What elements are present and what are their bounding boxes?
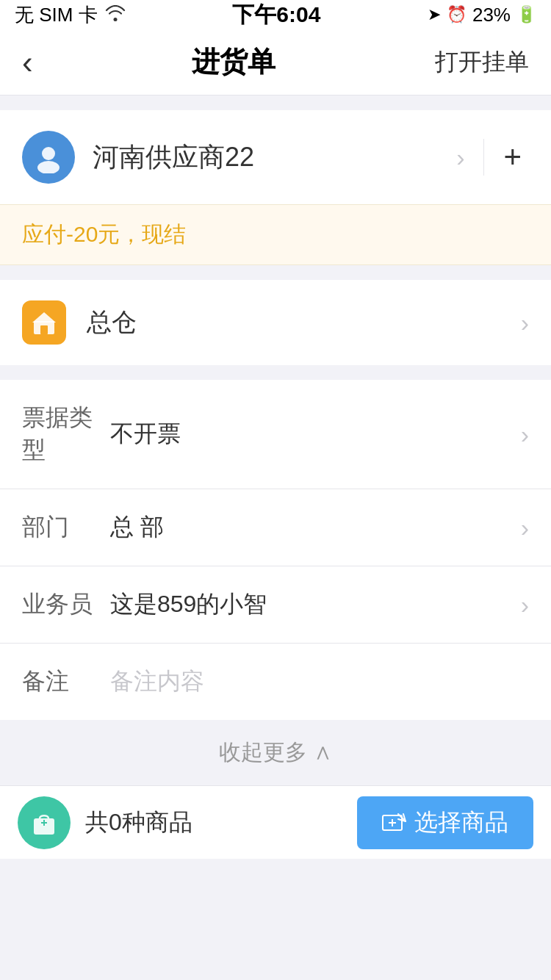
product-count: 共0种商品 bbox=[85, 807, 357, 839]
staff-chevron-icon: › bbox=[521, 591, 529, 619]
collapse-row[interactable]: 收起更多 ∧ bbox=[0, 720, 551, 785]
dept-row[interactable]: 部门 总 部 › bbox=[0, 489, 551, 566]
note-input[interactable]: 备注内容 bbox=[110, 666, 529, 698]
staff-value: 这是859的小智 bbox=[110, 588, 521, 621]
note-label: 备注 bbox=[22, 666, 110, 698]
staff-label: 业务员 bbox=[22, 588, 110, 621]
status-time: 下午6:04 bbox=[232, 0, 320, 30]
supplier-avatar bbox=[22, 131, 75, 184]
form-section: 票据类型 不开票 › 部门 总 部 › 业务员 这是859的小智 › 备注 备注… bbox=[0, 380, 551, 720]
dept-chevron-icon: › bbox=[521, 514, 529, 542]
collapse-text: 收起更多 ∧ bbox=[219, 738, 331, 768]
ticket-row[interactable]: 票据类型 不开票 › bbox=[0, 380, 551, 489]
warehouse-name: 总仓 bbox=[87, 306, 521, 339]
warehouse-icon bbox=[22, 300, 66, 345]
alarm-icon: ⏰ bbox=[447, 5, 467, 24]
supplier-name: 河南供应商22 bbox=[93, 140, 456, 176]
divider-2 bbox=[0, 365, 551, 380]
select-product-button[interactable]: 选择商品 bbox=[357, 796, 533, 849]
wifi-icon bbox=[105, 4, 126, 26]
nav-bar: ‹ 进货单 打开挂单 bbox=[0, 29, 551, 96]
note-row: 备注 备注内容 bbox=[0, 643, 551, 720]
dept-label: 部门 bbox=[22, 511, 110, 544]
svg-point-1 bbox=[37, 161, 60, 173]
warehouse-chevron-icon: › bbox=[521, 309, 529, 337]
battery-text: 23% bbox=[472, 4, 511, 26]
ticket-value: 不开票 bbox=[110, 418, 521, 450]
battery-icon: 🔋 bbox=[516, 5, 536, 24]
svg-rect-4 bbox=[40, 325, 48, 334]
ticket-label: 票据类型 bbox=[22, 402, 110, 466]
warehouse-section: 总仓 › bbox=[0, 280, 551, 365]
svg-point-0 bbox=[42, 147, 55, 160]
select-product-label: 选择商品 bbox=[414, 807, 508, 839]
location-icon: ➤ bbox=[428, 5, 441, 24]
supplier-row[interactable]: 河南供应商22 › + bbox=[0, 110, 551, 204]
notice-banner: 应付-20元，现结 bbox=[0, 204, 551, 265]
page-title: 进货单 bbox=[192, 43, 276, 81]
svg-marker-3 bbox=[32, 312, 56, 323]
dept-value: 总 部 bbox=[110, 511, 521, 544]
status-left: 无 SIM 卡 bbox=[15, 2, 126, 28]
open-pending-button[interactable]: 打开挂单 bbox=[435, 46, 529, 79]
bottom-gray-area bbox=[0, 859, 551, 980]
ticket-chevron-icon: › bbox=[521, 420, 529, 449]
supplier-divider bbox=[483, 139, 484, 176]
supplier-chevron-icon: › bbox=[456, 143, 464, 172]
divider-1 bbox=[0, 265, 551, 280]
notice-text: 应付-20元，现结 bbox=[22, 222, 186, 246]
status-right: ➤ ⏰ 23% 🔋 bbox=[428, 4, 536, 26]
bottom-bar: 共0种商品 选择商品 bbox=[0, 785, 551, 859]
supplier-section: 河南供应商22 › + 应付-20元，现结 bbox=[0, 110, 551, 265]
carrier-text: 无 SIM 卡 bbox=[15, 2, 98, 28]
staff-row[interactable]: 业务员 这是859的小智 › bbox=[0, 566, 551, 643]
warehouse-row[interactable]: 总仓 › bbox=[0, 280, 551, 365]
back-button[interactable]: ‹ bbox=[22, 44, 33, 81]
top-divider bbox=[0, 96, 551, 110]
add-button[interactable]: + bbox=[496, 140, 529, 175]
product-icon bbox=[18, 796, 71, 849]
status-bar: 无 SIM 卡 下午6:04 ➤ ⏰ 23% 🔋 bbox=[0, 0, 551, 29]
